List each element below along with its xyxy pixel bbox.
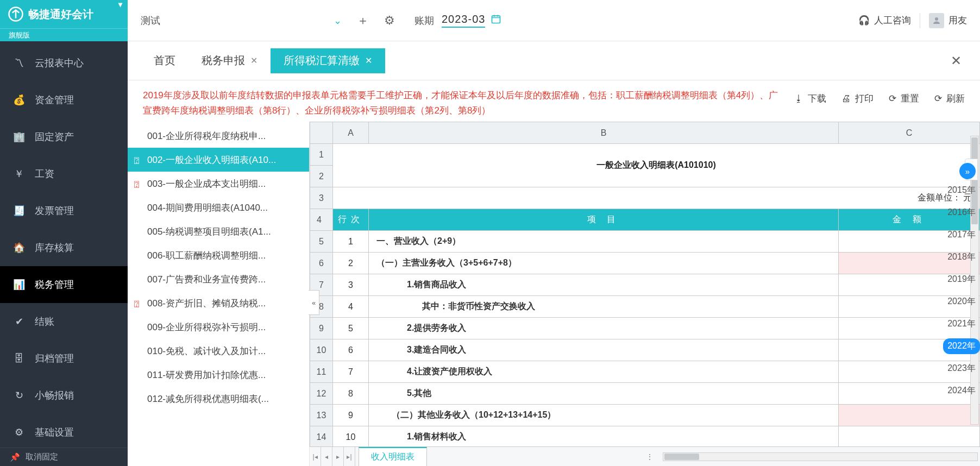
calendar-icon[interactable] [491,14,501,27]
tab-0[interactable]: 首页 [141,48,189,73]
year-2017年[interactable]: 2017年 [943,227,980,243]
form-item-1[interactable]: ⍰002-一般企业收入明细表(A10... [128,148,309,172]
horizontal-scrollbar[interactable]: ◂ [663,452,978,461]
year-2021年[interactable]: 2021年 [943,316,980,332]
tab-close-icon[interactable]: ✕ [250,55,257,66]
nav-item-salary[interactable]: ￥工资 [0,155,128,192]
year-2022年[interactable]: 2022年 [943,338,980,354]
nav-item-stock[interactable]: 🏠库存核算 [0,229,128,266]
form-item-5[interactable]: 006-职工薪酬纳税调整明细... [128,243,309,267]
nav: 〽云报表中心💰资金管理🏢固定资产￥工资🧾发票管理🏠库存核算📊税务管理✔结账🗄归档… [0,41,128,448]
support-label: 人工咨询 [874,14,911,27]
close-icon: ✔ [13,316,25,328]
pin-icon: 📌 [10,452,20,462]
nav-item-fund[interactable]: 💰资金管理 [0,81,128,118]
form-item-8[interactable]: 009-企业所得税弥补亏损明... [128,315,309,339]
logo-icon [8,6,24,22]
chevron-down-icon: ⌄ [334,15,342,27]
notice-text: 2019年度涉及取以前年度结转数据的申报表单元格需要手工维护正确，才能保证本年及… [143,88,781,118]
fund-icon: 💰 [13,94,25,106]
year-2024年[interactable]: 2024年 [943,383,980,399]
line-item[interactable]: 2.提供劳务收入 [369,318,839,339]
line-item[interactable]: 3.建造合同收入 [369,339,839,361]
year-2019年[interactable]: 2019年 [943,272,980,287]
download-icon: ⭳ [794,93,803,104]
support-button[interactable]: 🎧 人工咨询 [858,14,911,27]
scroll-thumb[interactable] [664,454,699,460]
collapse-handle[interactable]: « [309,290,319,315]
tab-2[interactable]: 所得税汇算清缴✕ [271,48,385,73]
company-selector[interactable]: 测试 ⌄ [141,10,342,32]
gear-icon[interactable]: ⚙ [384,14,395,28]
line-item[interactable]: （一）主营业务收入（3+5+6+7+8） [369,253,839,274]
nav-item-report[interactable]: 〽云报表中心 [0,45,128,81]
form-item-11[interactable]: 012-减免所得税优惠明细表(... [128,387,309,411]
line-item[interactable]: 5.其他 [369,383,839,405]
sheet-prev[interactable]: ◂ [321,447,332,467]
unpin-button[interactable]: 📌 取消固定 [0,448,128,466]
warn-icon: ⍰ [134,155,139,165]
nav-item-tax[interactable]: 📊税务管理 [0,266,128,303]
nav-item-asset[interactable]: 🏢固定资产 [0,118,128,155]
archive-icon: 🗄 [13,352,25,364]
invoice-icon: 🧾 [13,205,25,217]
app-logo: 畅捷通好会计 ▾ [0,0,128,28]
print-button[interactable]: 🖨打印 [841,92,874,105]
form-item-4[interactable]: 005-纳税调整项目明细表(A1... [128,219,309,243]
form-item-9[interactable]: 010-免税、减计收入及加计... [128,339,309,363]
year-2023年[interactable]: 2023年 [943,361,980,376]
sidebar: 畅捷通好会计 ▾ 旗舰版 〽云报表中心💰资金管理🏢固定资产￥工资🧾发票管理🏠库存… [0,0,128,466]
app-name: 畅捷通好会计 [28,7,93,22]
nav-item-invoice[interactable]: 🧾发票管理 [0,192,128,229]
refresh-button[interactable]: ⟳刷新 [934,92,965,105]
form-item-7[interactable]: ⍰008-资产折旧、摊销及纳税... [128,291,309,315]
user-menu[interactable]: 用友 [929,13,967,28]
line-item[interactable]: 其中：非货币性资产交换收入 [369,296,839,318]
form-item-3[interactable]: 004-期间费用明细表(A1040... [128,196,309,219]
sheet-next[interactable]: ▸ [332,447,344,467]
year-2018年[interactable]: 2018年 [943,249,980,265]
sheet-tab-bar: |◂ ◂ ▸ ▸| 收入明细表 ⋮ ◂ [310,446,980,466]
add-button[interactable]: ＋ [357,12,369,29]
line-no: 7 [333,361,369,383]
period-value[interactable]: 2023-03 [442,13,485,28]
year-2020年[interactable]: 2020年 [943,294,980,310]
header-right: 🎧 人工咨询 用友 [858,13,967,28]
tax-icon: 📊 [13,279,25,291]
form-item-10[interactable]: 011-研发费用加计扣除优惠... [128,363,309,387]
sheet-tab[interactable]: 收入明细表 [359,447,427,467]
year-2015年[interactable]: 2015年 [943,182,980,198]
warn-icon: ⍰ [134,299,139,308]
col-lineno: 行次 [333,209,369,231]
nav-item-archive[interactable]: 🗄归档管理 [0,340,128,377]
sheet-last[interactable]: ▸| [344,447,355,467]
year-2016年[interactable]: 2016年 [943,205,980,221]
amount-cell[interactable] [839,405,980,426]
reset-icon: ⟳ [889,93,896,104]
tab-close-icon[interactable]: ✕ [365,55,372,66]
header: 测试 ⌄ ＋ ⚙ 账期 2023-03 🎧 人工咨询 用友 [128,0,980,41]
form-item-2[interactable]: ⍰003-一般企业成本支出明细... [128,172,309,196]
avatar-icon [929,13,944,28]
sheet-first[interactable]: |◂ [310,447,321,467]
svg-point-2 [935,17,938,21]
amount-cell[interactable] [839,426,980,446]
form-item-6[interactable]: 007-广告费和业务宣传费跨... [128,267,309,291]
close-panel-button[interactable]: ✕ [945,53,967,68]
sheet-tab-drag[interactable]: ⋮ [637,452,663,461]
nav-item-close[interactable]: ✔结账 [0,303,128,340]
form-item-0[interactable]: 001-企业所得税年度纳税申... [128,124,309,148]
line-item[interactable]: 1.销售材料收入 [369,426,839,446]
reset-button[interactable]: ⟳重置 [889,92,919,105]
line-item[interactable]: 1.销售商品收入 [369,274,839,296]
period-label: 账期 [414,14,434,27]
nav-item-reimb[interactable]: ↻小畅报销 [0,377,128,414]
tab-1[interactable]: 税务申报✕ [189,48,271,73]
line-item[interactable]: 4.让渡资产使用权收入 [369,361,839,383]
line-item[interactable]: 一、营业收入（2+9） [369,231,839,253]
spreadsheet[interactable]: ABC1一般企业收入明细表(A101010)23金额单位： 元4行次项 目金 额… [310,122,980,446]
nav-item-settings[interactable]: ⚙基础设置 [0,414,128,448]
float-expand-button[interactable]: » [959,163,976,179]
line-item[interactable]: （二）其他业务收入（10+12+13+14+15） [369,405,839,426]
download-button[interactable]: ⭳下载 [794,92,826,105]
